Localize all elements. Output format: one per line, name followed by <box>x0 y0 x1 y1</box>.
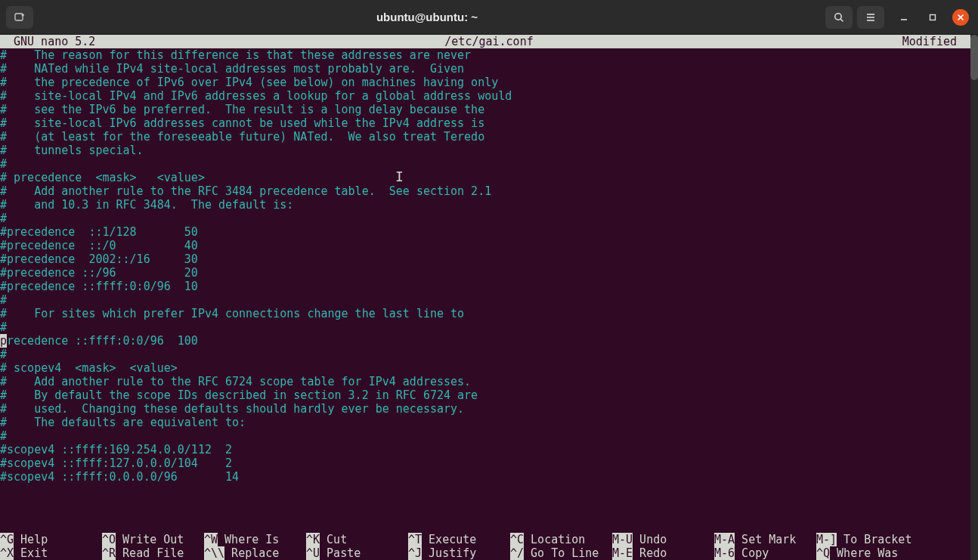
nano-status-bar: GNU nano 5.2 /etc/gai.conf Modified <box>0 35 978 48</box>
shortcut-item: M-U Undo <box>612 533 714 546</box>
shortcut-label: Cut <box>320 533 347 546</box>
shortcut-key: ^R <box>102 546 116 560</box>
editor-line: #precedence ::/0 40 <box>0 239 978 252</box>
search-button[interactable] <box>825 6 853 29</box>
editor-line: # the precedence of IPv6 over IPv4 (see … <box>0 76 978 89</box>
editor-line: #precedence ::1/128 50 <box>0 225 978 239</box>
shortcut-label: Undo <box>633 533 667 546</box>
editor-line: # <box>0 348 978 361</box>
shortcut-key: ^J <box>408 546 422 560</box>
shortcut-label: Set Mark <box>735 533 796 546</box>
editor-line: # tunnels special. <box>0 144 978 157</box>
shortcut-key: ^T <box>408 533 422 546</box>
editor-line: # site-local IPv4 and IPv6 addresses a l… <box>0 89 978 103</box>
shortcut-label: Execute <box>422 533 476 546</box>
nano-filename: /etc/gai.conf <box>444 35 533 48</box>
shortcut-item: ^\\ Replace <box>204 546 306 560</box>
shortcut-key: M-6 <box>714 546 735 560</box>
hamburger-icon <box>865 11 877 23</box>
shortcut-label: Redo <box>633 546 667 560</box>
shortcut-key: ^\\ <box>204 546 224 560</box>
minimize-button[interactable] <box>895 8 913 26</box>
shortcut-label: Where Is <box>218 533 279 546</box>
maximize-button[interactable] <box>924 8 942 26</box>
menu-button[interactable] <box>857 6 884 29</box>
shortcut-label: Location <box>524 533 585 546</box>
close-button[interactable] <box>952 9 969 26</box>
shortcut-key: M-E <box>612 546 633 560</box>
shortcut-item: M-A Set Mark <box>714 533 816 546</box>
editor-line: #scopev4 ::ffff:127.0.0.0/104 2 <box>0 456 978 470</box>
editor-line: # The reason for this difference is that… <box>0 48 978 62</box>
shortcut-item: ^T Execute <box>408 533 510 546</box>
svg-rect-9 <box>930 14 936 20</box>
editor-line: # <box>0 320 978 334</box>
shortcut-item: ^W Where Is <box>204 533 306 546</box>
editor-line: # The defaults are equivalent to: <box>0 416 978 429</box>
shortcut-label: Help <box>14 533 48 546</box>
shortcut-key: ^Q <box>816 546 830 560</box>
shortcut-item: ^X Exit <box>0 546 102 560</box>
scrollbar[interactable] <box>970 35 978 560</box>
close-icon <box>957 14 964 21</box>
new-tab-button[interactable] <box>6 6 33 29</box>
editor-line: # <box>0 429 978 443</box>
scrollbar-thumb[interactable] <box>970 35 978 80</box>
shortcut-item: M-] To Bracket <box>816 533 937 546</box>
editor-line: # Add another rule to the RFC 3484 prece… <box>0 184 978 198</box>
editor-line: #precedence ::/96 20 <box>0 266 978 280</box>
shortcut-label: Copy <box>735 546 769 560</box>
editor-line: # precedence <mask> <value> <box>0 171 978 184</box>
shortcut-item: ^Q Where Was <box>816 546 937 560</box>
titlebar: ubuntu@ubuntu: ~ <box>0 0 978 35</box>
shortcut-item: M-6 Copy <box>714 546 816 560</box>
editor-line: #precedence 2002::/16 30 <box>0 252 978 266</box>
shortcut-item: ^/ Go To Line <box>510 546 612 560</box>
shortcut-key: M-A <box>714 533 735 546</box>
nano-shortcuts: ^G Help^O Write Out^W Where Is^K Cut^T E… <box>0 533 970 560</box>
editor-line: # and 10.3 in RFC 3484. The default is: <box>0 198 978 212</box>
cursor-char: p <box>0 334 7 348</box>
shortcut-label: Exit <box>14 546 48 560</box>
shortcut-key: ^W <box>204 533 218 546</box>
terminal[interactable]: GNU nano 5.2 /etc/gai.conf Modified # Th… <box>0 35 978 560</box>
editor-line: # For sites which prefer IPv4 connection… <box>0 307 978 320</box>
editor-line: #scopev4 ::ffff:0.0.0.0/96 14 <box>0 470 978 484</box>
shortcut-item: ^J Justify <box>408 546 510 560</box>
shortcut-key: ^U <box>306 546 320 560</box>
shortcut-label: Replace <box>224 546 279 560</box>
shortcut-label: Write Out <box>116 533 184 546</box>
editor-content[interactable]: # The reason for this difference is that… <box>0 48 978 484</box>
maximize-icon <box>928 13 937 22</box>
editor-line: # By default the scope IDs described in … <box>0 388 978 402</box>
editor-line: # used. Changing these defaults should h… <box>0 402 978 416</box>
shortcut-label: Justify <box>422 546 476 560</box>
shortcut-label: To Bracket <box>837 533 911 546</box>
shortcut-key: ^K <box>306 533 320 546</box>
shortcut-label: Paste <box>320 546 361 560</box>
shortcut-key: ^G <box>0 533 14 546</box>
shortcut-item: ^G Help <box>0 533 102 546</box>
editor-line: # Add another rule to the RFC 6724 scope… <box>0 375 978 388</box>
shortcut-item: ^U Paste <box>306 546 408 560</box>
editor-line: #scopev4 ::ffff:169.254.0.0/112 2 <box>0 443 978 456</box>
shortcut-item: ^O Write Out <box>102 533 204 546</box>
editor-line: # <box>0 293 978 307</box>
editor-line: # site-local IPv6 addresses cannot be us… <box>0 116 978 130</box>
editor-line: # (at least for the foreseeable future) … <box>0 130 978 144</box>
nano-modified: Modified <box>902 35 978 48</box>
shortcut-label: Where Was <box>830 546 898 560</box>
editor-line: precedence ::ffff:0:0/96 100 <box>0 334 978 348</box>
minimize-icon <box>899 13 908 22</box>
shortcut-key: M-U <box>612 533 633 546</box>
search-icon <box>833 11 845 23</box>
shortcut-key: ^O <box>102 533 116 546</box>
editor-line: # <box>0 212 978 225</box>
shortcut-label: Read File <box>116 546 184 560</box>
svg-point-3 <box>835 13 841 19</box>
shortcut-key: ^X <box>0 546 14 560</box>
shortcut-item: ^C Location <box>510 533 612 546</box>
editor-line: #precedence ::ffff:0:0/96 10 <box>0 280 978 293</box>
editor-line: # <box>0 157 978 171</box>
svg-line-4 <box>840 19 843 21</box>
